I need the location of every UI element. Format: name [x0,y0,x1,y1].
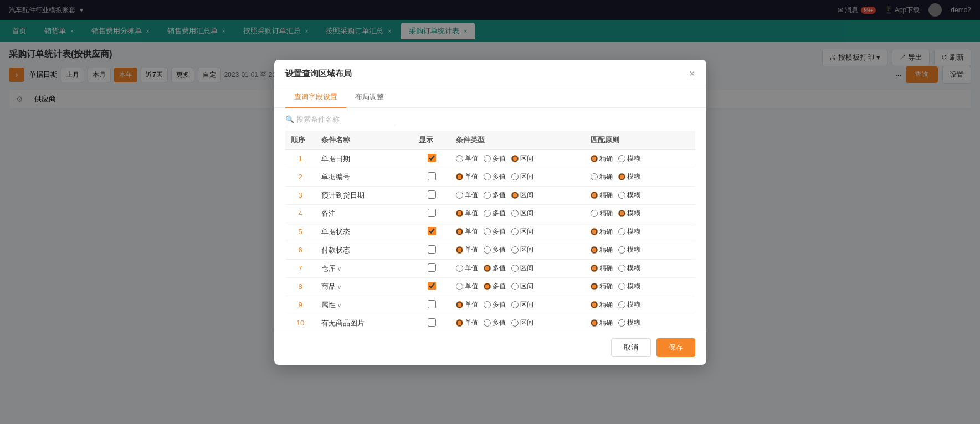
dialog-header: 设置查询区域布局 × [274,60,706,86]
tab-layout-adjust[interactable]: 布局调整 [346,86,393,108]
search-input[interactable] [296,115,385,117]
search-wrap: 🔍 [285,115,396,117]
dialog-search-area: 🔍 [274,108,706,117]
dialog-title: 设置查询区域布局 [285,69,352,79]
settings-dialog: 设置查询区域布局 × 查询字段设置 布局调整 🔍 顺序 [274,60,706,117]
tab-query-fields[interactable]: 查询字段设置 [285,86,346,108]
dialog-close-button[interactable]: × [689,69,695,79]
dialog-tabs: 查询字段设置 布局调整 [274,86,706,108]
modal-overlay: 设置查询区域布局 × 查询字段设置 布局调整 🔍 顺序 [0,0,980,116]
search-icon: 🔍 [285,115,294,117]
